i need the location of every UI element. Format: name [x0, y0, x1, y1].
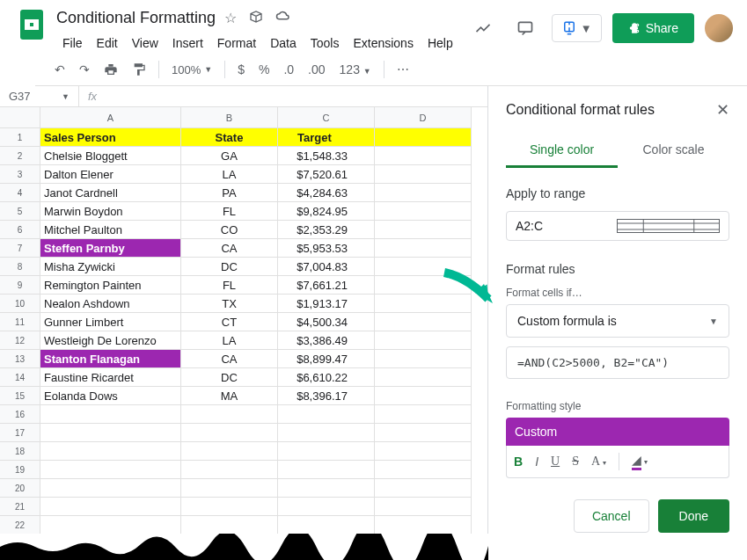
cell[interactable]: $7,004.83: [278, 258, 375, 276]
doc-title[interactable]: Conditional Formatting: [56, 9, 216, 27]
cell[interactable]: TX: [181, 295, 278, 313]
zoom-select[interactable]: 100% ▼: [166, 60, 217, 80]
share-button[interactable]: Share: [612, 13, 694, 43]
cell[interactable]: [375, 147, 472, 165]
row-header[interactable]: 15: [0, 387, 40, 405]
cell[interactable]: Steffen Parnby: [40, 239, 181, 258]
menu-data[interactable]: Data: [264, 33, 303, 54]
formula-input[interactable]: =AND(C2>5000, B2="CA"): [506, 346, 729, 379]
cell[interactable]: [375, 461, 472, 479]
present-button[interactable]: ▼: [552, 14, 602, 42]
cell[interactable]: Eolanda Dows: [40, 387, 181, 405]
format-menu[interactable]: 123 ▼: [334, 59, 377, 80]
row-header[interactable]: 7: [0, 239, 40, 258]
cell[interactable]: [375, 165, 472, 184]
row-header[interactable]: 12: [0, 331, 40, 350]
row-header[interactable]: 11: [0, 313, 40, 331]
cell[interactable]: $6,610.22: [278, 368, 375, 387]
cell[interactable]: [375, 479, 472, 498]
cell[interactable]: [375, 184, 472, 202]
cell[interactable]: Misha Zywicki: [40, 258, 181, 276]
cell[interactable]: Stanton Flanagan: [40, 350, 181, 368]
cell[interactable]: PA: [181, 184, 278, 202]
row-header[interactable]: 19: [0, 461, 40, 479]
cell[interactable]: [181, 479, 278, 498]
cell[interactable]: $7,661.21: [278, 276, 375, 295]
menu-view[interactable]: View: [126, 33, 165, 54]
cell[interactable]: [278, 442, 375, 461]
cell[interactable]: DC: [181, 258, 278, 276]
text-color-icon[interactable]: A ▾: [591, 455, 606, 469]
cell[interactable]: [375, 276, 472, 295]
cell[interactable]: [375, 258, 472, 276]
cell[interactable]: $4,284.63: [278, 184, 375, 202]
cell[interactable]: $8,899.47: [278, 350, 375, 368]
paint-icon[interactable]: [127, 59, 151, 80]
cloud-icon[interactable]: [275, 10, 291, 26]
cell[interactable]: Janot Cardnell: [40, 184, 181, 202]
strikethrough-icon[interactable]: S: [572, 455, 579, 469]
cell[interactable]: [375, 387, 472, 405]
col-header-c[interactable]: C: [278, 107, 375, 128]
cell[interactable]: [278, 479, 375, 498]
custom-style-preview[interactable]: Custom: [506, 418, 729, 446]
cell[interactable]: [375, 128, 472, 147]
name-box[interactable]: G37▼: [0, 86, 79, 106]
cell[interactable]: [375, 221, 472, 239]
cell[interactable]: $3,386.49: [278, 331, 375, 350]
underline-icon[interactable]: U: [551, 455, 560, 469]
cell[interactable]: [40, 479, 181, 498]
col-header-b[interactable]: B: [181, 107, 278, 128]
row-header[interactable]: 5: [0, 202, 40, 221]
menu-extensions[interactable]: Extensions: [347, 33, 419, 54]
menu-tools[interactable]: Tools: [304, 33, 346, 54]
cell[interactable]: GA: [181, 147, 278, 165]
cell[interactable]: Sales Person: [40, 128, 181, 147]
cell[interactable]: CT: [181, 313, 278, 331]
cell[interactable]: Westleigh De Lorenzo: [40, 331, 181, 350]
select-all-corner[interactable]: [0, 107, 40, 128]
cell[interactable]: [278, 424, 375, 442]
cell[interactable]: LA: [181, 165, 278, 184]
italic-icon[interactable]: I: [535, 455, 538, 469]
cell[interactable]: [40, 461, 181, 479]
cancel-button[interactable]: Cancel: [574, 499, 649, 533]
row-header[interactable]: 4: [0, 184, 40, 202]
row-header[interactable]: 20: [0, 479, 40, 498]
row-header[interactable]: 22: [0, 516, 40, 535]
cell[interactable]: [278, 516, 375, 535]
cell[interactable]: FL: [181, 202, 278, 221]
cell[interactable]: [40, 424, 181, 442]
col-header-d[interactable]: D: [375, 107, 472, 128]
row-header[interactable]: 9: [0, 276, 40, 295]
cell[interactable]: $9,824.95: [278, 202, 375, 221]
sheets-logo[interactable]: [14, 7, 49, 42]
cell[interactable]: [181, 405, 278, 424]
cell[interactable]: [375, 350, 472, 368]
menu-edit[interactable]: Edit: [91, 33, 124, 54]
bold-icon[interactable]: B: [514, 455, 523, 469]
cell[interactable]: [40, 405, 181, 424]
cell[interactable]: Chelsie Bloggett: [40, 147, 181, 165]
cell[interactable]: CA: [181, 350, 278, 368]
cell[interactable]: DC: [181, 368, 278, 387]
cell[interactable]: [375, 331, 472, 350]
menu-format[interactable]: Format: [211, 33, 262, 54]
row-header[interactable]: 3: [0, 165, 40, 184]
cell[interactable]: [181, 424, 278, 442]
col-header-a[interactable]: A: [40, 107, 181, 128]
cell[interactable]: [278, 498, 375, 516]
cell[interactable]: [40, 442, 181, 461]
menu-insert[interactable]: Insert: [166, 33, 209, 54]
print-icon[interactable]: [99, 59, 123, 80]
cell[interactable]: $1,913.17: [278, 295, 375, 313]
cell[interactable]: [278, 405, 375, 424]
dec-increase-icon[interactable]: .00: [303, 59, 330, 80]
cell[interactable]: $1,548.33: [278, 147, 375, 165]
cell[interactable]: $2,353.29: [278, 221, 375, 239]
range-input[interactable]: A2:C: [506, 211, 729, 241]
more-icon[interactable]: ⋯: [392, 59, 414, 80]
redo-icon[interactable]: ↷: [74, 59, 95, 80]
cell[interactable]: [375, 239, 472, 258]
row-header[interactable]: 17: [0, 424, 40, 442]
